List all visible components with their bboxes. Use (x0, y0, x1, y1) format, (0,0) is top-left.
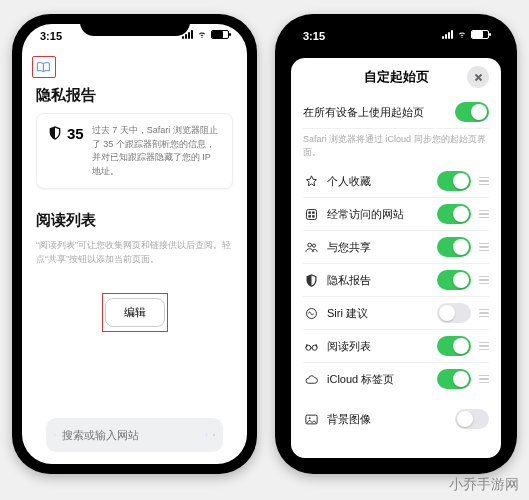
edit-button-highlight: 编辑 (102, 293, 168, 332)
search-icon (54, 428, 56, 442)
drag-handle-icon[interactable] (479, 309, 489, 318)
svg-rect-3 (214, 435, 215, 436)
use-on-all-devices-toggle[interactable] (455, 102, 489, 122)
privacy-report-title: 隐私报告 (36, 86, 233, 105)
drag-handle-icon[interactable] (479, 177, 489, 186)
toggle-glasses[interactable] (437, 336, 471, 356)
shield-icon (47, 124, 63, 142)
status-time: 3:15 (303, 30, 325, 42)
microphone-icon[interactable] (206, 428, 208, 442)
svg-rect-6 (308, 211, 311, 214)
sync-subtext: Safari 浏览器将通过 iCloud 同步您的起始页界面。 (303, 133, 489, 159)
toggle-clock[interactable] (437, 204, 471, 224)
battery-icon (211, 30, 229, 39)
reading-list-title: 阅读列表 (36, 211, 233, 230)
glasses-icon (303, 338, 319, 354)
settings-row-label: Siri 建议 (327, 306, 429, 321)
settings-row-label: 个人收藏 (327, 174, 429, 189)
settings-row-glasses: 阅读列表 (303, 330, 489, 363)
toggle-shield[interactable] (437, 270, 471, 290)
toggle-star[interactable] (437, 171, 471, 191)
cloud-icon (303, 371, 319, 387)
settings-row-clock: 经常访问的网站 (303, 198, 489, 231)
use-on-all-devices-label: 在所有设备上使用起始页 (303, 105, 447, 120)
bookmarks-button[interactable] (32, 56, 56, 78)
notch (341, 14, 451, 36)
status-time: 3:15 (40, 30, 62, 42)
svg-rect-5 (306, 209, 316, 219)
reading-list-hint: “阅读列表”可让您收集网页和链接供以后查阅。轻点“共享”按钮以添加当前页面。 (36, 238, 233, 267)
drag-handle-icon[interactable] (479, 375, 489, 384)
star-icon (303, 173, 319, 189)
search-input[interactable] (62, 429, 200, 441)
shield-icon (303, 272, 319, 288)
wifi-icon (196, 30, 208, 39)
settings-row-label: 经常访问的网站 (327, 207, 429, 222)
tracker-count: 35 (67, 125, 84, 142)
customize-start-page-sheet: 自定起始页 在所有设备上使用起始页 Safari 浏览器将通过 iCloud 同… (291, 58, 501, 458)
close-button[interactable] (467, 66, 489, 88)
background-image-row: 背景图像 (303, 403, 489, 435)
background-image-toggle[interactable] (455, 409, 489, 429)
drag-handle-icon[interactable] (479, 243, 489, 252)
wifi-icon (456, 30, 468, 39)
background-image-label: 背景图像 (327, 412, 447, 427)
settings-row-people: 与您共享 (303, 231, 489, 264)
search-bar[interactable] (46, 418, 223, 452)
toggle-siri[interactable] (437, 303, 471, 323)
settings-row-label: 阅读列表 (327, 339, 429, 354)
edit-button[interactable]: 编辑 (105, 298, 165, 327)
sheet-title: 自定起始页 (364, 68, 429, 86)
close-icon (474, 73, 483, 82)
notch (80, 14, 190, 36)
settings-row-shield: 隐私报告 (303, 264, 489, 297)
privacy-report-text: 过去 7 天中，Safari 浏览器阻止了 35 个跟踪器剖析您的信息，并对已知… (92, 124, 222, 178)
drag-handle-icon[interactable] (479, 342, 489, 351)
image-icon (303, 411, 319, 427)
watermark-text: 小乔手游网 (449, 476, 519, 494)
settings-row-star: 个人收藏 (303, 165, 489, 198)
people-icon (303, 239, 319, 255)
reading-list-section: 阅读列表 “阅读列表”可让您收集网页和链接供以后查阅。轻点“共享”按钮以添加当前… (36, 211, 233, 267)
drag-handle-icon[interactable] (479, 210, 489, 219)
toggle-people[interactable] (437, 237, 471, 257)
settings-row-cloud: iCloud 标签页 (303, 363, 489, 395)
book-icon (36, 60, 52, 74)
svg-point-10 (307, 243, 311, 247)
settings-row-label: 与您共享 (327, 240, 429, 255)
phone-left: 3:15 隐私报告 35 (12, 14, 257, 474)
use-on-all-devices-row: 在所有设备上使用起始页 (303, 96, 489, 129)
svg-point-12 (306, 308, 316, 318)
svg-point-16 (308, 417, 310, 419)
tabs-icon[interactable] (213, 428, 215, 442)
siri-icon (303, 305, 319, 321)
settings-row-label: iCloud 标签页 (327, 372, 429, 387)
svg-point-11 (312, 244, 315, 247)
phone-right: 3:15 自定起始页 在所有设备上使用起始页 (275, 14, 517, 474)
privacy-report-section: 隐私报告 35 过去 7 天中，Safari 浏览器阻止了 35 个跟踪器剖析您… (36, 86, 233, 189)
settings-row-label: 隐私报告 (327, 273, 429, 288)
svg-point-0 (54, 434, 55, 435)
drag-handle-icon[interactable] (479, 276, 489, 285)
settings-row-siri: Siri 建议 (303, 297, 489, 330)
svg-rect-4 (214, 434, 215, 435)
svg-rect-9 (312, 215, 315, 218)
battery-icon (471, 30, 489, 39)
clock-icon (303, 206, 319, 222)
toggle-cloud[interactable] (437, 369, 471, 389)
svg-rect-7 (312, 211, 315, 214)
privacy-report-card[interactable]: 35 过去 7 天中，Safari 浏览器阻止了 35 个跟踪器剖析您的信息，并… (36, 113, 233, 189)
svg-rect-8 (308, 215, 311, 218)
